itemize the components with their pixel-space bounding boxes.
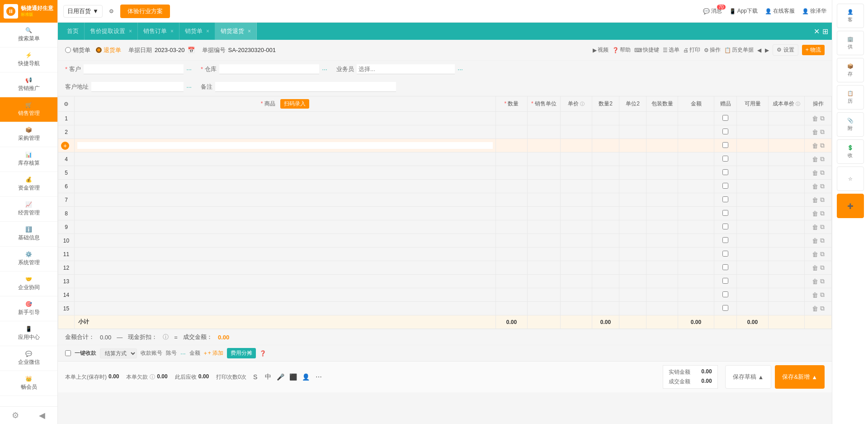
qty2-cell[interactable] xyxy=(592,180,619,193)
pack-cell[interactable] xyxy=(646,248,678,261)
tab-sales-return[interactable]: 销货退货 × xyxy=(215,23,257,40)
price-cell[interactable] xyxy=(561,125,592,139)
price-cell[interactable] xyxy=(561,234,592,248)
amount-cell[interactable] xyxy=(678,234,714,248)
copy-row-btn[interactable]: ⧉ xyxy=(820,155,825,163)
tab-sales-order[interactable]: 销售订单 × xyxy=(138,23,179,40)
calendar-icon[interactable]: 📅 xyxy=(188,47,195,53)
unit2-cell[interactable] xyxy=(619,193,646,207)
pack-cell[interactable] xyxy=(646,180,678,193)
qty2-cell[interactable] xyxy=(592,193,619,207)
qty-cell[interactable] xyxy=(495,180,527,193)
page-settings-btn[interactable]: ⚙ 设置 xyxy=(773,44,798,56)
nav-next-icon[interactable]: ▶ xyxy=(765,47,769,53)
remark-input[interactable] xyxy=(215,82,396,92)
amount-cell[interactable] xyxy=(678,180,714,193)
right-panel-add[interactable]: ➕ xyxy=(837,194,864,218)
pack-cell[interactable] xyxy=(646,261,678,275)
delete-row-btn[interactable]: 🗑 xyxy=(812,277,818,285)
unit-cell[interactable] xyxy=(527,261,560,275)
qty-cell[interactable] xyxy=(495,261,527,275)
customer-dots[interactable]: ··· xyxy=(186,66,192,73)
radio-sales[interactable]: 销货单 xyxy=(65,46,90,54)
unit2-cell[interactable] xyxy=(619,180,646,193)
amount-cell[interactable] xyxy=(678,220,714,234)
warehouse-dots[interactable]: ··· xyxy=(322,66,327,73)
delete-row-btn[interactable]: 🗑 xyxy=(812,114,818,122)
nav-prev-icon[interactable]: ◀ xyxy=(757,47,761,53)
sidebar-item-apps[interactable]: 📱 应用中心 xyxy=(0,321,57,346)
fentie-help-icon[interactable]: ❓ xyxy=(259,350,266,357)
app-download-btn[interactable]: 📱 App下载 xyxy=(729,7,758,15)
sidebar-item-manage[interactable]: 📈 经营管理 xyxy=(0,197,57,222)
qty2-cell[interactable] xyxy=(592,152,619,166)
sidebar-item-member[interactable]: 👑 畅会员 xyxy=(0,371,57,396)
qty-cell[interactable] xyxy=(495,139,527,152)
one-click-payment-checkbox[interactable] xyxy=(65,350,71,356)
amount-cell[interactable] xyxy=(678,125,714,139)
pack-cell[interactable] xyxy=(646,288,678,302)
goods-cell[interactable] xyxy=(75,248,496,261)
unit2-cell[interactable] xyxy=(619,248,646,261)
unit2-cell[interactable] xyxy=(619,207,646,220)
gift-checkbox[interactable] xyxy=(722,264,728,270)
copy-row-btn[interactable]: ⧉ xyxy=(820,291,825,299)
qty2-cell[interactable] xyxy=(592,207,619,220)
right-panel-history[interactable]: 📋 历 xyxy=(837,85,864,110)
delete-row-btn[interactable]: 🗑 xyxy=(812,196,818,204)
gift-checkbox[interactable] xyxy=(722,169,728,175)
delete-row-btn[interactable]: 🗑 xyxy=(812,223,818,231)
copy-row-btn[interactable]: ⧉ xyxy=(820,210,825,217)
pack-cell[interactable] xyxy=(646,234,678,248)
qty-cell[interactable] xyxy=(495,275,527,288)
industry-dropdown[interactable]: 日用百货 ▼ xyxy=(63,5,103,18)
add-goods-btn[interactable]: + 物流 xyxy=(802,45,825,55)
copy-row-btn[interactable]: ⧉ xyxy=(820,169,825,176)
expand-tab-btn[interactable]: ⊞ xyxy=(822,27,828,36)
price-cell[interactable] xyxy=(561,166,592,180)
qty2-cell[interactable] xyxy=(592,112,619,125)
price-cell[interactable] xyxy=(561,180,592,193)
copy-row-btn[interactable]: ⧉ xyxy=(820,277,825,285)
pack-cell[interactable] xyxy=(646,302,678,315)
unit-cell[interactable] xyxy=(527,288,560,302)
unit2-cell[interactable] xyxy=(619,302,646,315)
add-row-btn[interactable]: + xyxy=(61,142,69,150)
qty2-cell[interactable] xyxy=(592,220,619,234)
right-panel-favorite[interactable]: ☆ xyxy=(837,167,864,191)
action-history[interactable]: 📋 历史单据 xyxy=(724,46,754,54)
delete-row-btn[interactable]: 🗑 xyxy=(812,182,818,190)
sidebar-item-sales[interactable]: 🛒 销售管理 xyxy=(0,97,57,122)
amount-cell[interactable] xyxy=(678,248,714,261)
scan-icon[interactable]: ⬛ xyxy=(288,372,299,382)
copy-row-btn[interactable]: ⧉ xyxy=(820,182,825,190)
copy-row-btn[interactable]: ⧉ xyxy=(820,128,825,136)
person-icon[interactable]: 👤 xyxy=(301,372,311,382)
goods-cell[interactable] xyxy=(75,220,496,234)
gift-checkbox[interactable] xyxy=(722,196,728,202)
address-dots[interactable]: ··· xyxy=(186,83,192,91)
gift-checkbox[interactable] xyxy=(722,224,728,229)
sidebar-item-guide[interactable]: 🎯 新手引导 xyxy=(0,296,57,321)
amount-cell[interactable] xyxy=(678,139,714,152)
price-cell[interactable] xyxy=(561,275,592,288)
trial-btn[interactable]: 体验行业方案 xyxy=(120,5,170,18)
unit2-cell[interactable] xyxy=(619,220,646,234)
goods-cell[interactable] xyxy=(75,207,496,220)
close-tab-btn[interactable]: ✕ xyxy=(814,27,820,36)
sidebar-item-info[interactable]: ℹ️ 基础信息 xyxy=(0,222,57,247)
copy-row-btn[interactable]: ⧉ xyxy=(820,264,825,272)
amount-cell[interactable] xyxy=(678,261,714,275)
right-panel-customer[interactable]: 👤 客 xyxy=(837,4,864,28)
goods-cell[interactable] xyxy=(75,261,496,275)
copy-row-btn[interactable]: ⧉ xyxy=(820,305,825,312)
fentie-btn[interactable]: 费用分摊 xyxy=(227,348,256,358)
qty-cell[interactable] xyxy=(495,302,527,315)
save-draft-btn[interactable]: 保存草稿 ▲ xyxy=(725,365,772,389)
gift-checkbox[interactable] xyxy=(722,251,728,257)
unit-cell[interactable] xyxy=(527,275,560,288)
copy-row-btn[interactable]: ⧉ xyxy=(820,114,825,122)
sougou-icon[interactable]: S xyxy=(250,372,261,382)
qty-cell[interactable] xyxy=(495,125,527,139)
price-cell[interactable] xyxy=(561,193,592,207)
